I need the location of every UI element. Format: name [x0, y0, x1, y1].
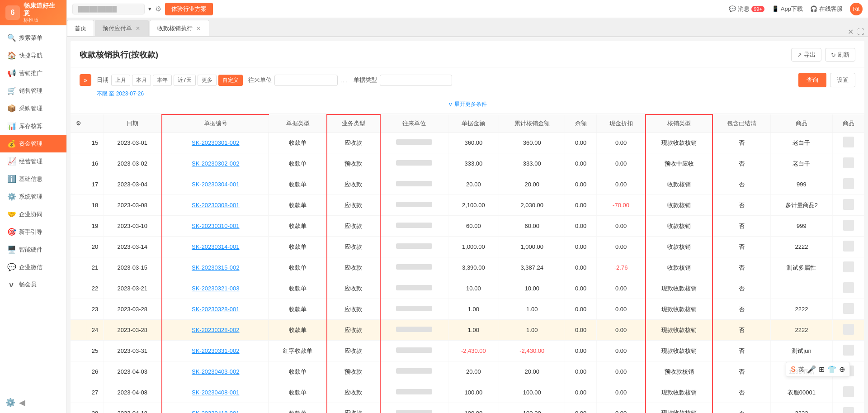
- partner-dots-icon[interactable]: ...: [340, 77, 348, 84]
- tabbar-right-actions: ✕ ⛶: [848, 28, 868, 36]
- td-doc-type: 收款单: [269, 257, 327, 278]
- receipt-type-select[interactable]: [380, 75, 452, 86]
- doc-no-link[interactable]: SK-20230314-001: [192, 243, 240, 250]
- sidebar-item-system[interactable]: ⚙️ 系统管理: [0, 188, 66, 205]
- user-avatar[interactable]: Rit: [850, 3, 863, 15]
- date-btn-this-year[interactable]: 本年: [153, 75, 172, 86]
- td-biz-type: 应收款: [327, 174, 380, 195]
- page-header-actions: ↗ 导出 ↻ 刷新: [791, 48, 855, 62]
- online-service-button[interactable]: 🎧 在线客服: [810, 5, 843, 13]
- td-cash-discount: 0.00: [596, 361, 646, 382]
- sidebar-item-enterprise[interactable]: 🤝 企业协同: [0, 205, 66, 223]
- app-logo: 6 畅康道好生意 标推版: [0, 0, 66, 25]
- system-icon: ⚙️: [7, 192, 15, 201]
- sidebar-item-member[interactable]: V 畅会员: [0, 276, 66, 293]
- date-btn-this-month[interactable]: 本月: [132, 75, 151, 86]
- td-settings: [71, 341, 87, 361]
- td-include-settled: 否: [712, 361, 770, 382]
- query-button[interactable]: 查询: [798, 73, 826, 87]
- filter-expand-button[interactable]: »: [80, 74, 91, 86]
- date-btn-custom[interactable]: 自定义: [218, 75, 243, 86]
- td-include-settled: 否: [712, 237, 770, 257]
- th-settings[interactable]: ⚙: [71, 114, 87, 133]
- partner-filter-input[interactable]: [274, 75, 338, 86]
- sidebar-item-purchase[interactable]: 📦 采购管理: [0, 100, 66, 117]
- td-verify-type: 现款收款核销: [646, 278, 712, 299]
- th-date: 日期: [103, 114, 162, 133]
- td-doc-type: 红字收款单: [269, 341, 327, 361]
- sidebar-item-quicknav[interactable]: 🏠 快捷导航: [0, 47, 66, 64]
- sidebar-item-hardware[interactable]: 🖥️ 智能硬件: [0, 241, 66, 258]
- filter-type-group: 单据类型: [354, 75, 452, 86]
- doc-no-link[interactable]: SK-20230304-001: [192, 181, 240, 188]
- td-settings: [71, 174, 87, 195]
- td-verify-type: 现款收款核销: [646, 299, 712, 320]
- column-settings-icon[interactable]: ⚙: [76, 120, 81, 127]
- sidebar-label-marketing: 营销推广: [19, 69, 42, 77]
- tab-receipt-exec[interactable]: 收款核销执行 ✕: [150, 20, 209, 36]
- marketing-icon: 📢: [7, 69, 15, 77]
- date-btn-more[interactable]: 更多: [198, 75, 217, 86]
- topbar-dropdown[interactable]: ▾: [148, 5, 151, 12]
- sidebar-item-sales[interactable]: 🛒 销售管理: [0, 82, 66, 100]
- td-cumulative: 1.00: [499, 299, 565, 320]
- doc-no-link[interactable]: SK-20230331-002: [192, 347, 240, 354]
- sidebar-item-operations[interactable]: 📈 经营管理: [0, 152, 66, 170]
- expand-more-button[interactable]: ∨ 展开更多条件: [448, 100, 487, 108]
- settings-button[interactable]: 设置: [830, 73, 855, 87]
- data-table-wrapper: ⚙ 日期 单据编号 单据类型 业务类型 往来单位 单据金额 累计核销金额 余额 …: [71, 114, 864, 413]
- solution-button[interactable]: 体验行业方案: [165, 3, 213, 15]
- td-cumulative: 1.00: [499, 320, 565, 341]
- tab-prepayment-close-icon[interactable]: ✕: [135, 24, 141, 33]
- main-area: ██████████ ▾ ⚙ 体验行业方案 💬 消息 99+ 📱 App下载 🎧…: [67, 0, 868, 413]
- app-download-button[interactable]: 📱 App下载: [772, 5, 803, 13]
- sidebar-item-wechat[interactable]: 💬 企业微信: [0, 258, 66, 276]
- date-btn-last-month[interactable]: 上月: [111, 75, 130, 86]
- sidebar-label-sales: 销售管理: [19, 87, 42, 95]
- messages-button[interactable]: 💬 消息 99+: [729, 5, 764, 13]
- td-date: 2023-03-14: [103, 237, 162, 257]
- data-table: ⚙ 日期 单据编号 单据类型 业务类型 往来单位 单据金额 累计核销金额 余额 …: [71, 114, 864, 413]
- doc-no-link[interactable]: SK-20230328-002: [192, 327, 240, 333]
- sidebar-item-finance[interactable]: 💰 资金管理: [0, 135, 66, 152]
- refresh-button[interactable]: ↻ 刷新: [825, 48, 855, 62]
- sidebar-item-marketing[interactable]: 📢 营销推广: [0, 64, 66, 82]
- export-button[interactable]: ↗ 导出: [791, 48, 821, 62]
- td-settings: [71, 153, 87, 174]
- td-product2: [833, 133, 864, 153]
- sidebar-item-search[interactable]: 🔍 搜索菜单: [0, 29, 66, 47]
- tab-home[interactable]: 首页: [67, 20, 94, 36]
- sidebar-item-inventory[interactable]: 📊 库存核算: [0, 117, 66, 135]
- sidebar-item-guide[interactable]: 🎯 新手引导: [0, 223, 66, 241]
- doc-no-link[interactable]: SK-20230308-001: [192, 202, 240, 209]
- date-btn-last-7days[interactable]: 近7天: [174, 75, 196, 86]
- td-product2: [833, 403, 864, 413]
- tab-prepayment[interactable]: 预付应付单 ✕: [95, 20, 149, 36]
- doc-no-link[interactable]: SK-20230321-003: [192, 285, 240, 292]
- td-product2: [833, 278, 864, 299]
- td-include-settled: 否: [712, 299, 770, 320]
- td-product2: [833, 320, 864, 341]
- sidebar-item-basic[interactable]: ℹ️ 基础信息: [0, 170, 66, 188]
- logo-sub: 标推版: [24, 17, 61, 24]
- doc-no-link[interactable]: SK-20230418-001: [192, 410, 240, 413]
- doc-no-link[interactable]: SK-20230403-002: [192, 368, 240, 375]
- inventory-icon: 📊: [7, 122, 15, 130]
- tab-expand-icon[interactable]: ⛶: [857, 28, 864, 36]
- td-balance: 0.00: [565, 403, 597, 413]
- doc-no-link[interactable]: SK-20230310-001: [192, 223, 240, 229]
- tab-close-all-icon[interactable]: ✕: [848, 28, 854, 36]
- doc-no-link[interactable]: SK-20230315-002: [192, 264, 240, 271]
- doc-no-link[interactable]: SK-20230301-002: [192, 139, 240, 146]
- tab-receipt-exec-close-icon[interactable]: ✕: [195, 24, 202, 33]
- settings-bottom-icon[interactable]: ⚙️: [5, 398, 15, 408]
- topbar-gear-icon[interactable]: ⚙: [155, 5, 161, 13]
- collapse-icon[interactable]: ◀: [19, 398, 25, 408]
- td-balance: 0.00: [565, 237, 597, 257]
- td-biz-type: 应收款: [327, 320, 380, 341]
- table-row: 17 2023-03-04 SK-20230304-001 收款单 应收款 20…: [71, 174, 864, 195]
- doc-no-link[interactable]: SK-20230408-001: [192, 389, 240, 396]
- doc-no-link[interactable]: SK-20230328-001: [192, 306, 240, 313]
- sidebar: 6 畅康道好生意 标推版 🔍 搜索菜单 🏠 快捷导航 📢 营销推广 🛒 销售管理…: [0, 0, 67, 413]
- doc-no-link[interactable]: SK-20230302-002: [192, 160, 240, 167]
